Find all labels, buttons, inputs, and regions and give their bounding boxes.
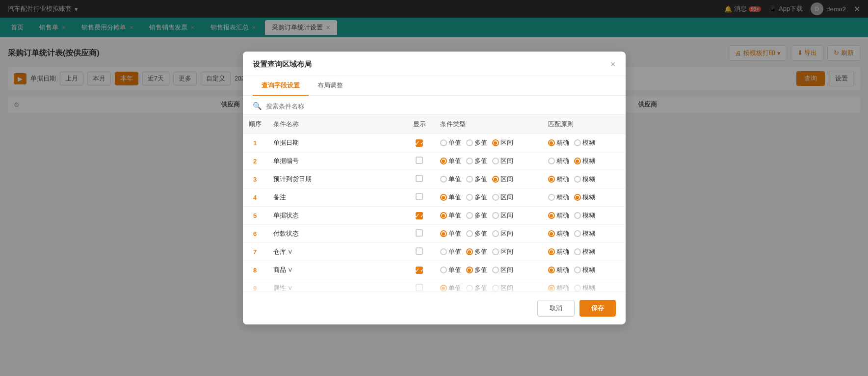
radio-type-多值[interactable]: 多值 xyxy=(466,211,487,220)
radio-type-区间[interactable]: 区间 xyxy=(492,247,513,256)
radio-type-区间[interactable]: 区间 xyxy=(492,175,513,184)
dialog-search-bar: 🔍 xyxy=(243,96,626,115)
checkbox[interactable]: ✓ xyxy=(416,212,423,219)
radio-type-区间[interactable]: 区间 xyxy=(492,229,513,238)
radio-type-区间[interactable]: 区间 xyxy=(492,157,513,165)
row-type: 单值多值区间 xyxy=(434,134,542,152)
table-row: 9属性 ∨单值多值区间精确模糊 xyxy=(243,279,626,292)
radio-type-单值[interactable]: 单值 xyxy=(440,157,461,165)
radio-type-单值[interactable]: 单值 xyxy=(440,247,461,256)
row-display[interactable]: ✓ xyxy=(405,134,434,152)
row-match: 精确模糊 xyxy=(542,279,626,292)
row-type: 单值多值区间 xyxy=(434,170,542,188)
dialog-close-button[interactable]: × xyxy=(610,59,616,70)
row-name: 预计到货日期 xyxy=(267,170,405,188)
radio-type-单值[interactable]: 单值 xyxy=(440,193,461,202)
radio-match-精确[interactable]: 精确 xyxy=(548,138,569,147)
radio-type-多值[interactable]: 多值 xyxy=(466,247,487,256)
row-type: 单值多值区间 xyxy=(434,279,542,292)
row-display[interactable] xyxy=(405,152,434,170)
radio-type-单值[interactable]: 单值 xyxy=(440,211,461,220)
radio-match-精确[interactable]: 精确 xyxy=(548,284,569,292)
row-name: 单据编号 xyxy=(267,152,405,170)
checkbox[interactable]: ✓ xyxy=(416,139,423,147)
row-match: 精确模糊 xyxy=(542,134,626,152)
radio-match-精确[interactable]: 精确 xyxy=(548,157,569,165)
radio-type-多值[interactable]: 多值 xyxy=(466,138,487,147)
radio-match-模糊[interactable]: 模糊 xyxy=(574,266,595,274)
radio-type-多值[interactable]: 多值 xyxy=(466,193,487,202)
radio-match-精确[interactable]: 精确 xyxy=(548,211,569,220)
radio-match-模糊[interactable]: 模糊 xyxy=(574,211,595,220)
cancel-button[interactable]: 取消 xyxy=(537,300,575,317)
table-row: 8商品 ∨✓单值多值区间精确模糊 xyxy=(243,261,626,279)
radio-match-精确[interactable]: 精确 xyxy=(548,229,569,238)
row-type: 单值多值区间 xyxy=(434,152,542,170)
row-name: 商品 ∨ xyxy=(267,261,405,279)
row-order: 5 xyxy=(243,207,267,225)
checkbox[interactable] xyxy=(416,157,423,164)
row-match: 精确模糊 xyxy=(542,188,626,207)
checkbox[interactable] xyxy=(416,229,423,237)
th-display: 显示 xyxy=(405,115,434,134)
radio-type-单值[interactable]: 单值 xyxy=(440,138,461,147)
table-row: 7仓库 ∨单值多值区间精确模糊 xyxy=(243,243,626,261)
radio-type-多值[interactable]: 多值 xyxy=(466,229,487,238)
radio-match-模糊[interactable]: 模糊 xyxy=(574,284,595,292)
radio-match-模糊[interactable]: 模糊 xyxy=(574,193,595,202)
row-display[interactable] xyxy=(405,279,434,292)
radio-type-单值[interactable]: 单值 xyxy=(440,284,461,292)
table-row: 3预计到货日期单值多值区间精确模糊 xyxy=(243,170,626,188)
radio-type-多值[interactable]: 多值 xyxy=(466,175,487,184)
radio-type-多值[interactable]: 多值 xyxy=(466,266,487,274)
radio-type-区间[interactable]: 区间 xyxy=(492,284,513,292)
row-display[interactable] xyxy=(405,188,434,207)
radio-type-单值[interactable]: 单值 xyxy=(440,175,461,184)
radio-type-多值[interactable]: 多值 xyxy=(466,284,487,292)
row-display[interactable]: ✓ xyxy=(405,207,434,225)
row-name: 备注 xyxy=(267,188,405,207)
radio-match-精确[interactable]: 精确 xyxy=(548,266,569,274)
radio-match-模糊[interactable]: 模糊 xyxy=(574,175,595,184)
radio-type-区间[interactable]: 区间 xyxy=(492,138,513,147)
checkbox[interactable] xyxy=(416,175,423,182)
search-input[interactable] xyxy=(266,103,616,110)
row-order: 1 xyxy=(243,134,267,152)
th-order: 顺序 xyxy=(243,115,267,134)
checkbox[interactable] xyxy=(416,247,423,255)
radio-match-模糊[interactable]: 模糊 xyxy=(574,138,595,147)
search-icon: 🔍 xyxy=(253,102,262,110)
row-order: 2 xyxy=(243,152,267,170)
row-name: 属性 ∨ xyxy=(267,279,405,292)
row-display[interactable] xyxy=(405,243,434,261)
row-display[interactable] xyxy=(405,225,434,243)
radio-match-模糊[interactable]: 模糊 xyxy=(574,247,595,256)
radio-match-模糊[interactable]: 模糊 xyxy=(574,229,595,238)
save-button[interactable]: 保存 xyxy=(579,300,616,317)
radio-match-精确[interactable]: 精确 xyxy=(548,175,569,184)
radio-type-区间[interactable]: 区间 xyxy=(492,211,513,220)
dialog-table-wrap: 顺序 条件名称 显示 条件类型 匹配原则 1单据日期✓单值多值区间精确模糊2单据… xyxy=(243,115,626,292)
radio-match-精确[interactable]: 精确 xyxy=(548,193,569,202)
radio-type-区间[interactable]: 区间 xyxy=(492,193,513,202)
radio-match-精确[interactable]: 精确 xyxy=(548,247,569,256)
modal-overlay[interactable]: 设置查询区域布局 × 查询字段设置 布局调整 🔍 顺序 条件名称 显示 xyxy=(0,0,868,376)
checkbox[interactable] xyxy=(416,284,423,291)
row-order: 9 xyxy=(243,279,267,292)
dialog-tab-fields[interactable]: 查询字段设置 xyxy=(253,76,309,96)
dialog-tab-layout[interactable]: 布局调整 xyxy=(309,76,352,96)
radio-type-单值[interactable]: 单值 xyxy=(440,266,461,274)
row-match: 精确模糊 xyxy=(542,261,626,279)
dialog-table: 顺序 条件名称 显示 条件类型 匹配原则 1单据日期✓单值多值区间精确模糊2单据… xyxy=(243,115,626,292)
radio-type-单值[interactable]: 单值 xyxy=(440,229,461,238)
row-order: 3 xyxy=(243,170,267,188)
row-type: 单值多值区间 xyxy=(434,261,542,279)
row-display[interactable] xyxy=(405,170,434,188)
row-display[interactable]: ✓ xyxy=(405,261,434,279)
checkbox[interactable]: ✓ xyxy=(416,267,423,274)
radio-type-区间[interactable]: 区间 xyxy=(492,266,513,274)
radio-match-模糊[interactable]: 模糊 xyxy=(574,157,595,165)
checkbox[interactable] xyxy=(416,193,423,200)
row-name: 单据日期 xyxy=(267,134,405,152)
radio-type-多值[interactable]: 多值 xyxy=(466,157,487,165)
